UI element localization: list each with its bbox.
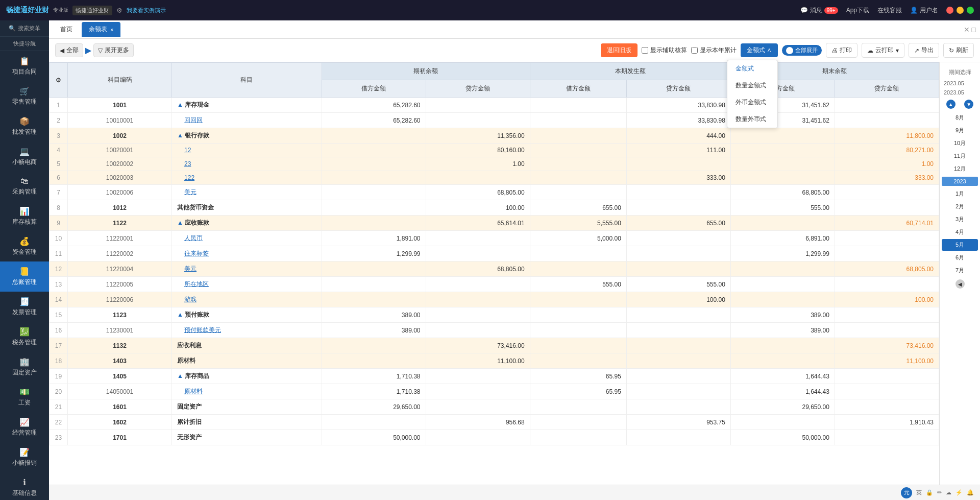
all-accounts-btn[interactable]: ◀ 全部 [55,43,83,57]
title-bar-input[interactable]: 畅捷通好业财 [72,6,112,15]
table-row-name[interactable]: 往来标签 [172,246,322,261]
table-row-name[interactable]: 原材料 [172,384,322,399]
table-row-cb-credit: 100.00 [835,292,939,307]
cloud-print-btn[interactable]: ☁ 云打印 ▾ [862,43,904,58]
sidebar-item-operations[interactable]: 📈 经营管理 [0,412,49,442]
period-7[interactable]: 7月 [942,265,978,276]
refresh-btn[interactable]: ↻ 刷新 [943,43,974,58]
win-close-btn[interactable] [946,7,953,14]
period-11[interactable]: 11月 [942,150,978,162]
period-down-btn[interactable]: ▼ [964,100,973,109]
th-settings[interactable]: ⚙ [50,63,68,98]
period-4[interactable]: 4月 [942,226,978,238]
period-5[interactable]: 5月 [942,239,978,251]
table-row-name[interactable]: 游戏 [172,292,322,307]
sidebar-item-finance[interactable]: 💰 资金管理 [0,231,49,261]
lock-icon[interactable]: 🔒 [926,489,933,496]
table-row-num: 6 [50,171,68,185]
tab-bar-close-btn[interactable]: ✕ [964,26,970,34]
table-row-code: 10020002 [68,157,172,171]
table-row-pd-credit [626,323,730,338]
sidebar-item-purchase[interactable]: 🛍 采购管理 [0,172,49,201]
table-row-name[interactable]: 美元 [172,261,322,277]
sidebar-item-project[interactable]: 📋 项目合同 [0,51,49,81]
style-option-qty-foreign[interactable]: 数量外币式 [727,111,777,128]
export-btn[interactable]: ↗ 导出 [909,43,939,58]
period-12[interactable]: 12月 [942,163,978,175]
win-min-btn[interactable] [957,7,964,14]
period-2[interactable]: 2月 [942,201,978,212]
sidebar-item-inventory[interactable]: 📊 库存核算 [0,201,49,231]
expand-more-btn[interactable]: ▽ 展开更多 [93,43,134,57]
table-row-num: 16 [50,323,68,338]
app-download-btn[interactable]: App下载 [846,6,869,15]
sidebar-item-ecommerce[interactable]: 💻 小畅电商 [0,141,49,172]
lang-icon[interactable]: 英 [916,489,922,496]
cloud-icon[interactable]: ☁ [946,489,951,496]
sidebar-quick-nav[interactable]: 快捷导航 [0,37,49,51]
sidebar-item-basic[interactable]: ℹ 基础信息 [0,472,49,500]
win-max-btn[interactable] [967,7,974,14]
table-row-name[interactable]: 回回回 [172,113,322,128]
user-avatar[interactable]: 👤 用户名 [910,6,938,15]
tab-bar-max-btn[interactable]: □ [972,26,976,34]
show-auxiliary-checkbox[interactable]: 显示辅助核算 [642,46,687,55]
online-service-btn[interactable]: 在线客服 [877,6,902,15]
table-row-cb-credit [835,399,939,415]
style-option-amount[interactable]: 金额式 [727,60,777,77]
sidebar-item-wholesale[interactable]: 📦 批发管理 [0,111,49,141]
style-option-qty-amount[interactable]: 数量金额式 [727,77,777,94]
sidebar-item-tax[interactable]: 💹 税务管理 [0,322,49,352]
ytd-checkbox-input[interactable] [691,47,698,54]
style-dropdown-btn[interactable]: 金额式 ∧ [741,43,778,57]
period-3[interactable]: 3月 [942,213,978,225]
period-8[interactable]: 8月 [942,112,978,124]
style-option-foreign-amount[interactable]: 外币金额式 [727,94,777,111]
period-1[interactable]: 1月 [942,188,978,200]
tab-balance[interactable]: 余额表 × [82,22,120,37]
sidebar-item-ledger[interactable]: 📒 总账管理 [0,261,49,292]
table-row-ob-debit [322,338,426,353]
table-row-pd-credit [626,231,730,246]
back-period-btn[interactable]: 退回旧版 [601,43,638,57]
show-ytd-checkbox[interactable]: 显示本年累计 [691,46,737,55]
print-btn[interactable]: 🖨 打印 [826,43,857,58]
table-row-name[interactable]: 23 [172,157,322,171]
nav-arrow-icon[interactable]: ▶ [85,45,91,55]
message-btn[interactable]: 💬 消息 99+ [800,6,838,15]
demo-link[interactable]: 我要看实例演示 [127,7,166,14]
table-row-name[interactable]: 预付账款美元 [172,323,322,338]
table-row-pd-credit: 655.00 [626,216,730,231]
period-9[interactable]: 9月 [942,125,978,136]
title-settings-icon[interactable]: ⚙ [116,7,122,14]
expand-all-toggle[interactable]: 全部展开 [782,45,822,56]
table-row-name: ▲ 应收账款 [172,216,322,231]
edit-icon[interactable]: ✏ [937,489,942,496]
table-row-name[interactable]: 美元 [172,185,322,200]
wholesale-icon: 📦 [19,116,30,126]
lightning-icon[interactable]: ⚡ [955,489,963,496]
sidebar-search[interactable]: 🔍 搜索菜单 [0,20,49,37]
sidebar-item-expense[interactable]: 📝 小畅报销 [0,442,49,472]
table-row-name[interactable]: 12 [172,144,322,157]
table-row-pd-debit: 5,555.00 [530,216,626,231]
period-collapse-btn[interactable]: ◀ [942,279,978,289]
tab-home[interactable]: 首页 [53,22,80,37]
sidebar-item-retail[interactable]: 🛒 零售管理 [0,81,49,111]
table-row-cb-credit: 333.00 [835,171,939,185]
sidebar-item-payroll[interactable]: 💵 工资 [0,382,49,412]
tab-close-btn[interactable]: × [110,27,113,33]
period-up-btn[interactable]: ▲ [946,100,955,109]
sidebar-item-assets[interactable]: 🏢 固定资产 [0,352,49,382]
sidebar-item-invoice[interactable]: 🧾 发票管理 [0,292,49,322]
table-row-name[interactable]: 人民币 [172,231,322,246]
period-6[interactable]: 6月 [942,252,978,264]
table-row-name[interactable]: 122 [172,171,322,185]
yuan-icon[interactable]: 元 [901,487,912,498]
period-10[interactable]: 10月 [942,137,978,149]
bell-icon[interactable]: 🔔 [967,489,974,496]
table-row-name[interactable]: 所在地区 [172,277,322,292]
table-row-ob-credit: 80,160.00 [426,144,530,157]
auxiliary-checkbox-input[interactable] [642,47,648,54]
table-row-code: 14050001 [68,384,172,399]
